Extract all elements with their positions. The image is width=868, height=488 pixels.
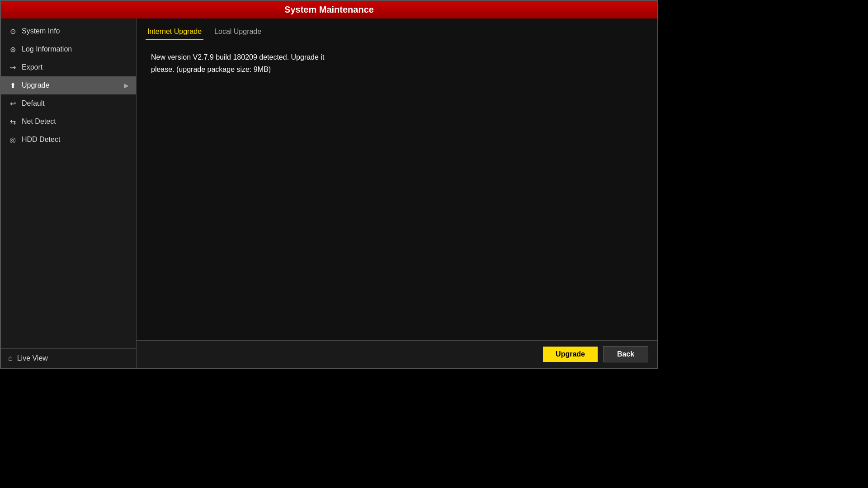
main-content: ⊙ System Info ⊛ Log Information ⇝ Export… bbox=[1, 19, 657, 368]
title-bar: System Maintenance bbox=[1, 1, 657, 19]
sidebar-item-hdd-detect[interactable]: ◎ HDD Detect bbox=[1, 131, 136, 149]
upgrade-message-line1: New version V2.7.9 build 180209 detected… bbox=[151, 53, 324, 61]
sidebar-item-label: Log Information bbox=[22, 45, 72, 53]
tab-internet-upgrade[interactable]: Internet Upgrade bbox=[146, 24, 203, 40]
log-information-icon: ⊛ bbox=[8, 45, 17, 54]
sidebar-footer-live-view[interactable]: ⌂ Live View bbox=[1, 348, 136, 368]
tabs-bar: Internet Upgrade Local Upgrade bbox=[137, 19, 657, 40]
sidebar-item-default[interactable]: ↩ Default bbox=[1, 94, 136, 113]
default-icon: ↩ bbox=[8, 99, 17, 108]
upgrade-button[interactable]: Upgrade bbox=[543, 347, 598, 362]
sidebar-item-label: Export bbox=[22, 63, 42, 71]
sidebar-item-label: Upgrade bbox=[22, 81, 49, 89]
home-icon: ⌂ bbox=[8, 354, 13, 362]
export-icon: ⇝ bbox=[8, 63, 17, 72]
sidebar-nav: ⊙ System Info ⊛ Log Information ⇝ Export… bbox=[1, 19, 136, 348]
hdd-detect-icon: ◎ bbox=[8, 135, 17, 144]
sidebar-item-system-info[interactable]: ⊙ System Info bbox=[1, 22, 136, 40]
window-title: System Maintenance bbox=[284, 5, 374, 14]
sidebar-item-net-detect[interactable]: ⇆ Net Detect bbox=[1, 113, 136, 131]
sidebar-item-label: Default bbox=[22, 99, 45, 108]
back-button[interactable]: Back bbox=[603, 346, 648, 362]
sidebar: ⊙ System Info ⊛ Log Information ⇝ Export… bbox=[1, 19, 137, 368]
upgrade-icon: ⬆ bbox=[8, 81, 17, 90]
content-area: Internet Upgrade Local Upgrade New versi… bbox=[137, 19, 657, 368]
net-detect-icon: ⇆ bbox=[8, 117, 17, 126]
bottom-bar: Upgrade Back bbox=[137, 340, 657, 368]
tab-label: Internet Upgrade bbox=[147, 28, 202, 35]
tab-label: Local Upgrade bbox=[214, 28, 261, 35]
upgrade-message: New version V2.7.9 build 180209 detected… bbox=[151, 51, 643, 75]
tab-local-upgrade[interactable]: Local Upgrade bbox=[212, 24, 263, 40]
live-view-label: Live View bbox=[17, 354, 48, 362]
tab-content-internet-upgrade: New version V2.7.9 build 180209 detected… bbox=[137, 40, 657, 340]
upgrade-message-line2: please. (upgrade package size: 9MB) bbox=[151, 66, 271, 73]
sidebar-item-label: HDD Detect bbox=[22, 136, 60, 144]
sidebar-item-label: Net Detect bbox=[22, 117, 56, 126]
sidebar-item-upgrade[interactable]: ⬆ Upgrade ▶ bbox=[1, 76, 136, 94]
chevron-right-icon: ▶ bbox=[124, 82, 129, 89]
sidebar-item-log-information[interactable]: ⊛ Log Information bbox=[1, 40, 136, 58]
sidebar-item-export[interactable]: ⇝ Export bbox=[1, 58, 136, 76]
sidebar-item-label: System Info bbox=[22, 27, 60, 35]
system-maintenance-window: System Maintenance ⊙ System Info ⊛ Log I… bbox=[0, 0, 658, 369]
system-info-icon: ⊙ bbox=[8, 27, 17, 36]
